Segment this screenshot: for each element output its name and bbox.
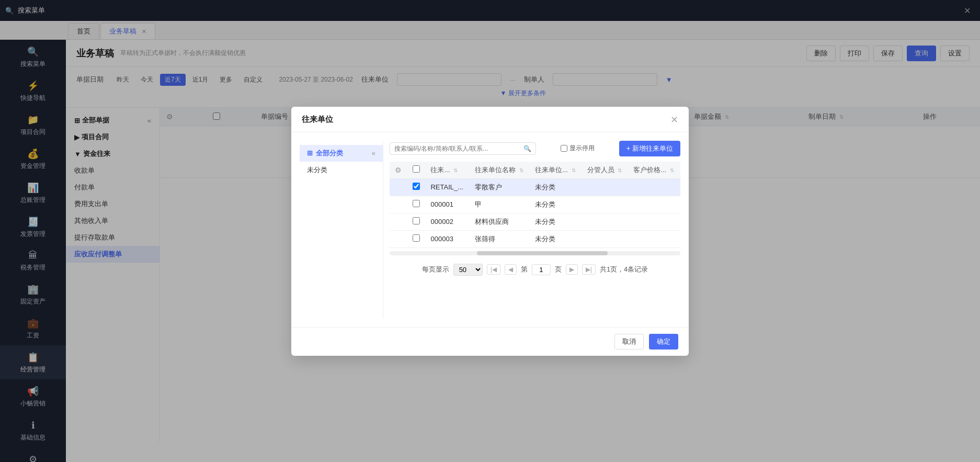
dialog-footer: 取消 确定	[291, 327, 689, 356]
dialog-col-manager[interactable]: 分管人员 ⇅	[582, 162, 629, 179]
dialog-left-all[interactable]: ⊞ 全部分类 «	[300, 145, 383, 162]
dialog-table-container: ⚙ 往来... ⇅ 往来单位名称 ⇅ 往来单位... ⇅ 分管人员 ⇅ 客户价格…	[390, 162, 680, 248]
dialog-col-checkbox[interactable]	[407, 162, 426, 179]
confirm-button[interactable]: 确定	[649, 334, 678, 350]
row-1-code: RETAIL_...	[425, 178, 469, 196]
grid2-icon: ⊞	[307, 149, 313, 157]
row-3-category: 未分类	[530, 213, 582, 230]
row-2-code: 000001	[425, 196, 469, 213]
dialog-close-button[interactable]: ✕	[670, 114, 678, 126]
gear-icon: ⚙	[395, 166, 402, 174]
page-word: 页	[555, 265, 562, 274]
next-page-button[interactable]: ▶	[566, 264, 578, 275]
row-3-name: 材料供应商	[470, 213, 530, 230]
page-size-select[interactable]: 50 100	[453, 264, 483, 276]
row-4-gear	[390, 230, 407, 247]
first-page-button[interactable]: |◀	[487, 264, 500, 275]
table-row[interactable]: 000001 甲 未分类	[390, 196, 680, 213]
row-3-gear	[390, 213, 407, 230]
row-4-manager	[582, 230, 629, 247]
modal-overlay: 往来单位 ✕ ⊞ 全部分类 « 未分类	[0, 0, 980, 462]
dialog-header: 往来单位 ✕	[291, 107, 689, 132]
pagination: 每页显示 50 100 |◀ ◀ 第 页 ▶ ▶| 共1页，4条记录	[390, 258, 680, 278]
dialog-col-code[interactable]: 往来... ⇅	[425, 162, 469, 179]
row-4-checkbox[interactable]	[407, 230, 426, 247]
row-1-checkbox[interactable]	[407, 178, 426, 196]
row-4-name: 张筛得	[470, 230, 530, 247]
horizontal-scrollbar[interactable]	[390, 251, 680, 255]
dialog-left-panel: ⊞ 全部分类 « 未分类	[300, 141, 383, 319]
table-row[interactable]: 000003 张筛得 未分类	[390, 230, 680, 247]
row-2-name: 甲	[470, 196, 530, 213]
row-1-price	[628, 178, 680, 196]
cancel-button[interactable]: 取消	[614, 334, 644, 350]
table-row[interactable]: RETAIL_... 零散客户 未分类	[390, 178, 680, 196]
row-4-code: 000003	[425, 230, 469, 247]
row-2-category: 未分类	[530, 196, 582, 213]
left-collapse-icon[interactable]: «	[372, 149, 375, 157]
dialog-table: ⚙ 往来... ⇅ 往来单位名称 ⇅ 往来单位... ⇅ 分管人员 ⇅ 客户价格…	[390, 162, 680, 248]
dialog-right-panel: 🔍 显示停用 + 新增往来单位 ⚙	[383, 141, 680, 319]
show-inactive-label[interactable]: 显示停用	[561, 144, 595, 153]
dialog-body: ⊞ 全部分类 « 未分类 🔍	[291, 132, 689, 327]
show-inactive-checkbox[interactable]	[561, 145, 567, 152]
row-1-manager	[582, 178, 629, 196]
dialog-layout: ⊞ 全部分类 « 未分类 🔍	[300, 141, 680, 319]
prev-page-button[interactable]: ◀	[505, 264, 517, 275]
row-2-price	[628, 196, 680, 213]
dialog-col-gear[interactable]: ⚙	[390, 162, 407, 179]
dialog-select-all[interactable]	[413, 165, 420, 173]
row-3-checkbox[interactable]	[407, 213, 426, 230]
row-3-price	[628, 213, 680, 230]
row-4-category: 未分类	[530, 230, 582, 247]
dialog-toolbar: 🔍 显示停用 + 新增往来单位	[390, 141, 680, 156]
dialog-search-box[interactable]: 🔍	[390, 142, 536, 155]
total-label: 共1页，4条记录	[600, 265, 648, 274]
row-1-gear	[390, 178, 407, 196]
row-3-code: 000002	[425, 213, 469, 230]
row-2-gear	[390, 196, 407, 213]
dialog-left-unclassified[interactable]: 未分类	[300, 162, 383, 178]
add-counterparty-button[interactable]: + 新增往来单位	[619, 141, 680, 156]
row-1-category: 未分类	[530, 178, 582, 196]
last-page-button[interactable]: ▶|	[582, 264, 596, 275]
scrollbar-thumb[interactable]	[477, 251, 608, 255]
row-1-name: 零散客户	[470, 178, 530, 196]
row-3-manager	[582, 213, 629, 230]
search-icon: 🔍	[523, 145, 531, 152]
table-row[interactable]: 000002 材料供应商 未分类	[390, 213, 680, 230]
counterparty-dialog: 往来单位 ✕ ⊞ 全部分类 « 未分类	[291, 107, 689, 356]
page-size-label: 每页显示	[422, 265, 449, 274]
row-2-manager	[582, 196, 629, 213]
dialog-title: 往来单位	[302, 115, 333, 125]
row-2-checkbox[interactable]	[407, 196, 426, 213]
page-input[interactable]	[532, 264, 551, 275]
dialog-col-category[interactable]: 往来单位... ⇅	[530, 162, 582, 179]
page-word-di: 第	[521, 265, 528, 274]
dialog-search-input[interactable]	[394, 145, 519, 152]
row-4-price	[628, 230, 680, 247]
dialog-col-name[interactable]: 往来单位名称 ⇅	[470, 162, 530, 179]
dialog-col-price[interactable]: 客户价格... ⇅	[628, 162, 680, 179]
